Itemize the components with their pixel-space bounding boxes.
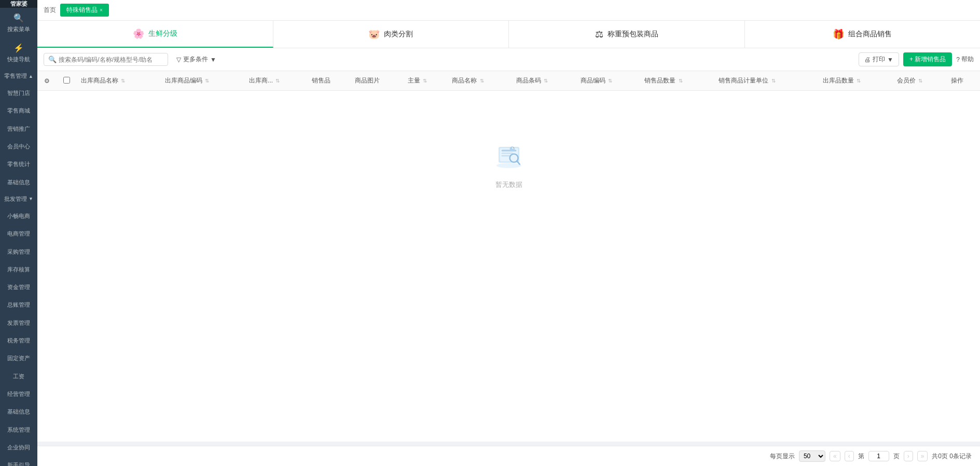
sidebar-item-basic-info[interactable]: 基础信息 [0,173,37,191]
help-button[interactable]: ? 帮助 [956,55,974,64]
table-col-sale-item[interactable]: 销售品 [308,71,351,91]
combo-sales-label: 组合商品销售 [848,30,892,39]
table-container[interactable]: ⚙ 出库商品名称 ⇅ 出库商品编码 ⇅ 出库商. [37,71,980,442]
table-col-out-spec[interactable]: 出库商... ⇅ [245,71,308,91]
pagination-last-button[interactable]: » [917,451,928,461]
sort-out-spec-icon: ⇅ [275,78,280,84]
svg-rect-5 [501,155,509,156]
topbar-active-tab[interactable]: 特殊销售品 × [60,4,109,17]
sidebar-item-fund-mgmt[interactable]: 资金管理 [0,278,37,296]
filter-button[interactable]: ▽ 更多条件 ▼ [172,53,220,66]
col-out-name-label: 出库商品名称 [81,77,118,84]
sidebar-item-invoice-mgmt[interactable]: 发票管理 [0,314,37,332]
sidebar-item-retail-mgmt[interactable]: 零售管理 ▲ [0,68,37,84]
sidebar: 管家婆 🔍 搜索菜单 ⚡ 快捷导航 零售管理 ▲ 智慧门店 零售商城 营销推广 … [0,0,37,466]
print-arrow-icon: ▼ [887,56,893,63]
sidebar-item-retail-stats[interactable]: 零售统计 [0,155,37,173]
sidebar-item-search-menu[interactable]: 🔍 搜索菜单 [0,8,37,38]
sidebar-item-tax-mgmt[interactable]: 税务管理 [0,332,37,349]
sort-out-code-icon: ⇅ [205,78,209,84]
sidebar-item-smart-store[interactable]: 智慧门店 [0,84,37,102]
table-col-out-code[interactable]: 出库商品编码 ⇅ [161,71,245,91]
per-page-label: 每页显示 [770,452,795,461]
pagination-page-label: 第 [858,452,864,461]
wholesale-mgmt-arrow-icon: ▼ [29,196,33,201]
sidebar-item-quick-nav[interactable]: ⚡ 快捷导航 [0,38,37,68]
table-col-sale-qty[interactable]: 销售品数量 ⇅ [640,71,714,91]
col-product-code-label: 商品编码 [581,77,605,84]
col-product-name-label: 商品名称 [452,77,477,84]
sidebar-item-new-guide[interactable]: 新手引导 [0,456,37,466]
table-col-out-qty[interactable]: 出库品数量 ⇅ [819,71,893,91]
toolbar-left: 🔍 ▽ 更多条件 ▼ [44,53,220,66]
filter-icon: ▽ [176,56,181,63]
tax-mgmt-label: 税务管理 [7,337,30,344]
add-sale-item-button[interactable]: + 新增销售品 [903,52,952,66]
sidebar-item-inventory[interactable]: 库存核算 [0,261,37,278]
empty-state: 暂无数据 [37,91,980,231]
sort-sale-qty-icon: ⇅ [679,78,683,84]
ecom-mgmt-label: 电商管理 [7,230,30,237]
table-col-member-price[interactable]: 会员价 ⇅ [893,71,947,91]
per-page-select[interactable]: 50 10 20 100 [799,450,825,462]
sidebar-item-general-ledger[interactable]: 总账管理 [0,296,37,313]
sidebar-item-retail-mall[interactable]: 零售商城 [0,102,37,119]
sidebar-item-ecom-mgmt[interactable]: 电商管理 [0,225,37,242]
fresh-grade-icon: 🌸 [133,28,144,39]
add-btn-label: + 新增销售品 [909,55,946,64]
sidebar-item-basic-info2[interactable]: 基础信息 [0,403,37,420]
help-icon: ? [956,56,960,63]
search-input[interactable] [59,56,163,63]
search-menu-icon: 🔍 [13,13,24,24]
table-col-product-name[interactable]: 商品名称 ⇅ [448,71,512,91]
table-col-weight[interactable]: 主量 ⇅ [404,71,448,91]
table-col-product-code[interactable]: 商品编码 ⇅ [576,71,641,91]
table-col-gear[interactable]: ⚙ [37,71,56,91]
table-col-barcode[interactable]: 商品条码 ⇅ [512,71,576,91]
category-tab-meat-cut[interactable]: 🐷 肉类分割 [273,21,509,48]
search-box[interactable]: 🔍 [44,53,168,66]
topbar-tab-label: 特殊销售品 [66,6,98,15]
horizontal-scrollbar[interactable] [37,442,980,446]
category-tab-fresh-grade[interactable]: 🌸 生鲜分级 [37,21,273,48]
pagination-first-button[interactable]: « [830,451,840,461]
sort-out-name-icon: ⇅ [121,78,125,84]
topbar-tab-close-icon[interactable]: × [100,7,103,13]
quick-nav-icon: ⚡ [13,43,24,54]
table-col-checkbox[interactable] [56,71,77,91]
pagination-next-button[interactable]: › [904,451,913,461]
combo-sales-icon: 🎁 [833,29,844,40]
help-label: 帮助 [961,55,974,64]
sidebar-item-purchase-mgmt[interactable]: 采购管理 [0,243,37,261]
sort-product-code-icon: ⇅ [608,78,612,84]
category-tab-combo-sales[interactable]: 🎁 组合商品销售 [745,21,981,48]
sidebar-item-biz-coop[interactable]: 企业协同 [0,438,37,456]
sidebar-item-sys-mgmt[interactable]: 系统管理 [0,421,37,438]
topbar-home-link[interactable]: 首页 [44,6,56,15]
smart-store-label: 智慧门店 [7,89,30,97]
sidebar-item-ops-mgmt[interactable]: 经营管理 [0,385,37,403]
retail-stats-label: 零售统计 [7,160,30,168]
col-out-spec-label: 出库商... [249,77,273,84]
marketing-label: 营销推广 [7,125,30,132]
select-all-checkbox[interactable] [63,77,70,84]
purchase-mgmt-label: 采购管理 [7,248,30,255]
svg-rect-4 [501,153,513,154]
pagination: 每页显示 50 10 20 100 « ‹ 第 页 › » 共0页 0条记录 [37,446,980,466]
pagination-prev-button[interactable]: ‹ [845,451,854,461]
category-tab-weigh-package[interactable]: ⚖ 称重预包装商品 [509,21,745,48]
table-col-out-name[interactable]: 出库商品名称 ⇅ [77,71,161,91]
table-col-sale-unit[interactable]: 销售商品计量单位 ⇅ [714,71,818,91]
sidebar-item-salary[interactable]: 工资 [0,367,37,385]
sidebar-item-wholesale-mgmt[interactable]: 批发管理 ▼ [0,191,37,207]
sidebar-item-member-center[interactable]: 会员中心 [0,138,37,155]
col-weight-label: 主量 [408,77,420,84]
sidebar-item-marketing[interactable]: 营销推广 [0,120,37,138]
table-col-product-img[interactable]: 商品图片 [351,71,404,91]
sidebar-item-mini-ecom[interactable]: 小畅电商 [0,207,37,225]
col-product-img-label: 商品图片 [355,77,380,84]
print-button[interactable]: 🖨 打印 ▼ [859,52,899,66]
salary-label: 工资 [13,373,24,380]
sidebar-item-fixed-assets[interactable]: 固定资产 [0,349,37,367]
pagination-page-input[interactable] [868,451,889,461]
